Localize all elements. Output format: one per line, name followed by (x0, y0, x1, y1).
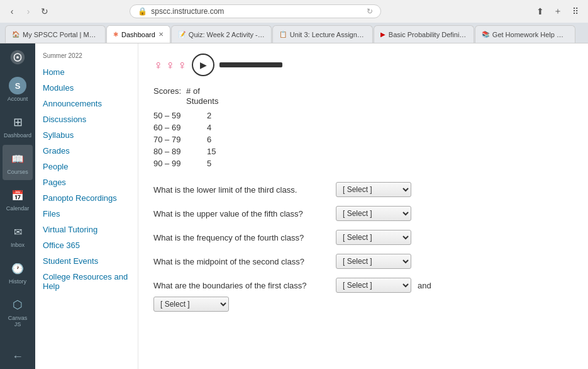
browser-chrome: ‹ › ↻ 🔒 spscc.instructure.com ↻ ⬆ ＋ ⠿ 🏠 … (0, 0, 588, 43)
nav-label-calendar: Calendar (6, 205, 30, 212)
canvas-nav: S Account ⊞ Dashboard 📖 Courses 📅 Calend… (0, 43, 35, 369)
sidebar-item-files[interactable]: Files (35, 206, 138, 222)
score-range-2: 60 – 69 (153, 123, 188, 132)
question-text-4: What is the midpoint of the second class… (153, 257, 330, 266)
video-thumbnail: ♀ ♀ ♀ ▶ (153, 54, 282, 76)
tab-favicon-probability: ▶ (380, 31, 386, 38)
sidebar-item-syllabus[interactable]: Syllabus (35, 127, 138, 143)
canvas-nav-item-dashboard[interactable]: ⊞ Dashboard (3, 108, 33, 144)
sidebar-item-tutoring[interactable]: Virtual Tutoring (35, 222, 138, 237)
question-row-5: What are the boundaries of the first cla… (153, 278, 573, 293)
stick-figure-1: ♀ (153, 58, 163, 72)
question-row-2: What is the upper value of the fifth cla… (153, 206, 573, 221)
play-button[interactable]: ▶ (192, 54, 214, 76)
question-text-1: What is the lower limit of the third cla… (153, 185, 330, 195)
inbox-icon: ✉ (9, 223, 26, 241)
score-count-2: 4 (207, 123, 219, 132)
tab-quiz[interactable]: 📝 Quiz: Week 2 Activity - Frequ... (171, 25, 272, 43)
tab-unit3[interactable]: 📋 Unit 3: Lecture Assignment: MA... (272, 25, 373, 43)
score-count-4: 15 (207, 147, 219, 156)
sidebar-item-college-resources[interactable]: College Resources and Help (35, 269, 138, 294)
question-5-connector: and (418, 281, 431, 290)
main-layout: S Account ⊞ Dashboard 📖 Courses 📅 Calend… (0, 43, 588, 369)
history-icon: 🕐 (9, 259, 26, 277)
sidebar-item-office365[interactable]: Office 365 (35, 237, 138, 253)
add-tab-button[interactable]: ＋ (550, 4, 565, 19)
question-5-select-2[interactable]: [ Select ] 49.559.5 (153, 297, 229, 312)
refresh-icon: ↻ (367, 7, 373, 16)
canvas-nav-item-account[interactable]: S Account (3, 72, 33, 107)
tab-probability[interactable]: ▶ Basic Probability Definitions – Y... (374, 25, 474, 43)
tab-favicon-unit3: 📋 (279, 31, 287, 38)
courses-icon: 📖 (9, 150, 26, 167)
tab-close-dashboard[interactable]: ✕ (158, 31, 164, 38)
question-row-3: What is the frequency of the fourth clas… (153, 230, 573, 245)
nav-label-inbox: Inbox (11, 242, 25, 248)
video-area: ♀ ♀ ♀ ▶ (153, 54, 573, 76)
canvas-nav-item-history[interactable]: 🕐 History (3, 254, 33, 290)
tab-homework[interactable]: 📚 Get Homework Help With Cheg... (475, 25, 575, 43)
question-text-3: What is the frequency of the fourth clas… (153, 233, 330, 242)
tab-label-unit3: Unit 3: Lecture Assignment: MA... (290, 31, 366, 38)
sidebar-item-grades[interactable]: Grades (35, 143, 138, 159)
question-3-select[interactable]: [ Select ] 246155 (336, 230, 411, 245)
question-text-2: What is the upper value of the fifth cla… (153, 209, 330, 219)
nav-label-canvasjs: Canvas JS (5, 315, 30, 327)
tab-label-dashboard: Dashboard (121, 31, 155, 38)
tab-label-quiz: Quiz: Week 2 Activity - Frequ... (189, 31, 265, 38)
score-row-1: 50 – 59 2 (153, 110, 573, 122)
scores-label: Scores: (153, 86, 181, 106)
browser-nav-icons: ‹ › ↻ (5, 4, 52, 18)
sidebar-item-people[interactable]: People (35, 159, 138, 174)
browser-tabs: 🏠 My SPSCC Portal | My SPSCC ✱ Dashboard… (0, 23, 588, 43)
question-5-select-1[interactable]: [ Select ] 49.559.5 (336, 278, 411, 293)
score-range-5: 90 – 99 (153, 159, 188, 168)
scores-section: Scores: # ofStudents 50 – 59 2 60 – 69 4… (153, 86, 573, 169)
course-term: Summer 2022 (35, 50, 138, 64)
canvas-logo (9, 48, 26, 68)
share-button[interactable]: ⬆ (533, 4, 548, 19)
sidebar-item-discussions[interactable]: Discussions (35, 111, 138, 127)
sidebar-item-student-events[interactable]: Student Events (35, 253, 138, 269)
calendar-icon: 📅 (9, 186, 26, 204)
nav-forward-button[interactable]: › (21, 4, 35, 18)
sidebar-item-panopto[interactable]: Panopto Recordings (35, 190, 138, 206)
question-row-4: What is the midpoint of the second class… (153, 254, 573, 269)
nav-refresh-button[interactable]: ↻ (38, 4, 52, 18)
nav-back-button[interactable]: ‹ (5, 4, 19, 18)
score-range-4: 80 – 89 (153, 147, 188, 156)
dashboard-icon: ⊞ (9, 113, 26, 131)
tab-favicon-homework: 📚 (482, 31, 489, 38)
nav-label-dashboard: Dashboard (4, 132, 31, 139)
course-sidebar: Summer 2022 Home Modules Announcements D… (35, 43, 138, 369)
progress-bar (219, 62, 282, 67)
back-arrow-button[interactable]: ← (3, 344, 33, 369)
sidebar-item-modules[interactable]: Modules (35, 80, 138, 96)
browser-actions: ⬆ ＋ ⠿ (533, 4, 583, 19)
question-2-select[interactable]: [ Select ] 5969798999 (336, 206, 411, 221)
tab-favicon-dashboard: ✱ (113, 31, 118, 38)
students-col-header: # ofStudents (186, 86, 218, 106)
sidebar-item-home[interactable]: Home (35, 64, 138, 80)
nav-label-history: History (9, 278, 26, 285)
canvasjs-icon: ⬡ (9, 296, 26, 314)
question-4-select[interactable]: [ Select ] 54.564.574.584.594.5 (336, 254, 411, 269)
canvas-nav-item-courses[interactable]: 📖 Courses (3, 145, 33, 180)
nav-label-account: Account (8, 96, 28, 102)
tab-my-spscc[interactable]: 🏠 My SPSCC Portal | My SPSCC (5, 25, 106, 43)
sidebar-item-pages[interactable]: Pages (35, 174, 138, 190)
question-1-select[interactable]: [ Select ] 5060708090 (336, 182, 411, 197)
canvas-nav-item-canvasjs[interactable]: ⬡ Canvas JS (3, 291, 33, 332)
tab-favicon-my-spscc: 🏠 (12, 31, 19, 38)
score-row-5: 90 – 99 5 (153, 157, 573, 169)
sidebar-item-announcements[interactable]: Announcements (35, 96, 138, 111)
stick-figure-3: ♀ (177, 58, 187, 72)
extensions-button[interactable]: ⠿ (568, 4, 583, 19)
address-bar[interactable]: 🔒 spscc.instructure.com ↻ (130, 4, 381, 18)
svg-point-0 (16, 56, 19, 59)
tab-dashboard[interactable]: ✱ Dashboard ✕ (106, 25, 170, 43)
canvas-nav-item-inbox[interactable]: ✉ Inbox (3, 218, 33, 253)
canvas-nav-item-calendar[interactable]: 📅 Calendar (3, 181, 33, 217)
score-count-1: 2 (207, 111, 219, 120)
main-content: ♀ ♀ ♀ ▶ Scores: # ofStudents 50 – 59 2 (138, 43, 588, 369)
